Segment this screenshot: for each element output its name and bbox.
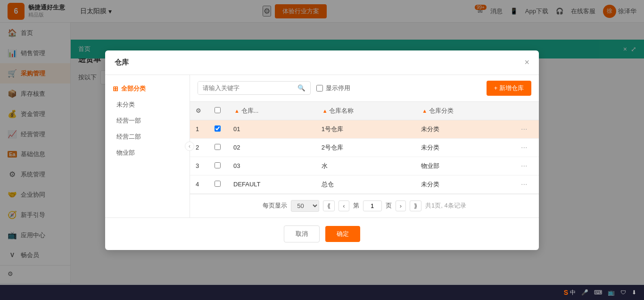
status-shield-icon[interactable]: 🛡 (620, 289, 626, 296)
cell-action[interactable]: ··· (515, 157, 539, 175)
category-item-1[interactable]: 经营一部 (105, 113, 190, 129)
cell-action[interactable]: ··· (515, 120, 539, 138)
cell-checkbox[interactable] (209, 175, 228, 193)
cell-name: 2号仓库 (316, 138, 416, 157)
cell-category: 未分类 (415, 175, 515, 193)
table-body: 1 01 1号仓库 未分类 ··· 2 02 2号仓库 未分类 ··· 3 03… (190, 120, 539, 193)
th-code: ▲ 仓库... (228, 102, 316, 120)
th-check (209, 102, 228, 120)
confirm-button[interactable]: 确定 (325, 226, 360, 242)
cell-num: 1 (190, 120, 209, 138)
category-panel: ⊞ 全部分类 未分类 经营一部 经营二部 物业部 ‹ (105, 75, 190, 217)
status-monitor-icon[interactable]: 📺 (608, 289, 615, 296)
cell-code: 02 (228, 138, 316, 157)
grid-icon: ⊞ (113, 85, 118, 92)
cell-category: 未分类 (415, 138, 515, 157)
page-label: 第 (353, 201, 359, 210)
table-panel: 🔍 显示停用 + 新增仓库 ⚙ (190, 75, 539, 217)
cell-action[interactable]: ··· (515, 138, 539, 157)
cell-checkbox[interactable] (209, 157, 228, 175)
col-code-label: 仓库... (241, 107, 259, 114)
prev-page-btn[interactable]: ‹ (339, 200, 349, 211)
table-row[interactable]: 2 02 2号仓库 未分类 ··· (190, 138, 539, 157)
sort-icon-name: ▲ (322, 108, 328, 114)
modal-close-button[interactable]: × (524, 58, 529, 67)
status-s-icon: S (564, 289, 568, 296)
cell-num: 3 (190, 157, 209, 175)
cell-action[interactable]: ··· (515, 175, 539, 193)
table-toolbar: 🔍 显示停用 + 新增仓库 (190, 75, 539, 102)
cell-name: 总仓 (316, 175, 416, 193)
search-box: 🔍 (198, 81, 311, 95)
cell-num: 4 (190, 175, 209, 193)
category-item-2[interactable]: 经营二部 (105, 129, 190, 145)
category-collapse-btn[interactable]: ‹ (185, 142, 194, 151)
select-all-checkbox[interactable] (215, 107, 221, 113)
add-warehouse-button[interactable]: + 新增仓库 (487, 81, 531, 96)
category-all[interactable]: ⊞ 全部分类 (105, 81, 190, 97)
table-row[interactable]: 3 03 水 物业部 ··· (190, 157, 539, 175)
col-category-label: 仓库分类 (429, 107, 454, 114)
cell-checkbox[interactable] (209, 138, 228, 157)
page-info: 共1页, 4条记录 (425, 201, 466, 210)
modal-title: 仓库 (115, 58, 129, 67)
first-page-btn[interactable]: ⟪ (323, 200, 335, 211)
row-action-btn[interactable]: ··· (521, 143, 527, 152)
per-page-label: 每页显示 (263, 201, 287, 210)
status-mic-icon[interactable]: 🎤 (581, 289, 588, 296)
status-keyboard-icon[interactable]: ⌨ (594, 289, 602, 296)
col-settings-icon: ⚙ (196, 107, 201, 114)
next-page-btn[interactable]: › (396, 200, 406, 211)
cell-code: 01 (228, 120, 316, 138)
cell-category: 物业部 (415, 157, 515, 175)
warehouse-table: ⚙ ▲ 仓库... ▲ (190, 102, 539, 194)
row-action-btn[interactable]: ··· (521, 162, 527, 170)
page-suffix: 页 (386, 201, 392, 210)
th-name: ▲ 仓库名称 (316, 102, 416, 120)
category-all-label: 全部分类 (121, 84, 146, 93)
row-action-btn[interactable]: ··· (521, 180, 527, 189)
table-row[interactable]: 1 01 1号仓库 未分类 ··· (190, 120, 539, 138)
th-settings: ⚙ (190, 102, 209, 120)
cell-category: 未分类 (415, 120, 515, 138)
cancel-button[interactable]: 取消 (284, 225, 320, 242)
modal-overlay: 仓库 × ⊞ 全部分类 未分类 经营一部 经营二部 物业部 ‹ (0, 0, 644, 300)
th-category: ▲ 仓库分类 (415, 102, 515, 120)
cell-name: 1号仓库 (316, 120, 416, 138)
last-page-btn[interactable]: ⟫ (410, 200, 421, 211)
search-button[interactable]: 🔍 (293, 82, 310, 94)
sort-icon-code: ▲ (234, 108, 239, 114)
cell-checkbox[interactable] (209, 120, 228, 138)
search-input[interactable] (198, 82, 293, 94)
table-row[interactable]: 4 DEFAULT 总仓 未分类 ··· (190, 175, 539, 193)
cell-name: 水 (316, 157, 416, 175)
pagination: 每页显示 50 100 200 ⟪ ‹ 第 页 › ⟫ 共1页, 4条记录 (190, 194, 539, 217)
modal-footer: 取消 确定 (105, 217, 539, 250)
th-action (515, 102, 539, 120)
show-disabled-label[interactable]: 显示停用 (316, 84, 350, 92)
row-action-btn[interactable]: ··· (521, 125, 527, 133)
status-download-icon[interactable]: ⬇ (632, 289, 636, 296)
sort-icon-category: ▲ (422, 108, 427, 114)
status-bar: S 中 🎤 ⌨ 📺 🛡 ⬇ (0, 285, 644, 300)
page-input[interactable] (363, 200, 382, 211)
per-page-select[interactable]: 50 100 200 (291, 200, 319, 212)
col-name-label: 仓库名称 (329, 107, 354, 114)
warehouse-modal: 仓库 × ⊞ 全部分类 未分类 经营一部 经营二部 物业部 ‹ (105, 50, 539, 250)
modal-header: 仓库 × (105, 50, 539, 75)
cell-code: 03 (228, 157, 316, 175)
modal-body: ⊞ 全部分类 未分类 经营一部 经营二部 物业部 ‹ 🔍 (105, 75, 539, 217)
status-brand: S 中 (564, 289, 576, 297)
category-item-0[interactable]: 未分类 (105, 97, 190, 113)
category-item-3[interactable]: 物业部 (105, 145, 190, 161)
show-disabled-checkbox[interactable] (316, 85, 323, 92)
cell-code: DEFAULT (228, 175, 316, 193)
table-wrap: ⚙ ▲ 仓库... ▲ (190, 102, 539, 194)
status-zh-icon: 中 (570, 289, 576, 297)
table-head: ⚙ ▲ 仓库... ▲ (190, 102, 539, 120)
